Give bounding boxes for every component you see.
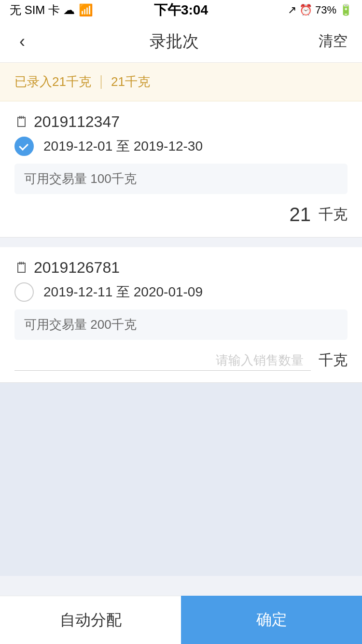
bottom-buttons: 自动分配 确定 <box>0 596 362 644</box>
recorded-label: 已录入21千克 <box>14 73 91 90</box>
clear-button[interactable]: 清空 <box>319 31 348 51</box>
empty-area <box>0 383 362 576</box>
batch-card-1: 🗒 2019112347 2019-12-01 至 2019-12-30 可用交… <box>0 101 362 238</box>
auto-distribute-button[interactable]: 自动分配 <box>0 596 181 644</box>
batch2-id: 2019126781 <box>34 259 120 277</box>
status-right: ↗ ⏰ 73% 🔋 <box>288 4 352 16</box>
back-button[interactable]: ‹ <box>14 27 30 56</box>
summary-amount: 21千克 <box>111 73 150 90</box>
batch1-radio[interactable] <box>14 137 34 156</box>
batch1-qty-value: 21 <box>290 204 311 225</box>
summary-divider <box>101 75 101 89</box>
alarm-icon: ⏰ <box>299 4 312 16</box>
batch1-id: 2019112347 <box>34 113 120 131</box>
card-separator-1 <box>0 238 362 247</box>
batch1-doc-icon: 🗒 <box>14 114 29 130</box>
batch2-doc-icon: 🗒 <box>14 260 29 276</box>
batch2-qty-row[interactable]: 千克 <box>0 340 362 383</box>
batch1-date-row[interactable]: 2019-12-01 至 2019-12-30 <box>14 137 348 156</box>
no-sim-text: 无 SIM 卡 ☁ <box>10 2 75 18</box>
wifi-icon: 📶 <box>79 3 93 17</box>
confirm-button[interactable]: 确定 <box>181 596 362 644</box>
battery-icon: 🔋 <box>339 4 352 16</box>
batch2-available-qty: 可用交易量 200千克 <box>14 309 348 340</box>
status-time: 下午3:04 <box>154 1 208 19</box>
batch2-radio[interactable] <box>14 282 34 302</box>
batch1-available-qty: 可用交易量 100千克 <box>14 164 348 194</box>
status-bar: 无 SIM 卡 ☁ 📶 下午3:04 ↗ ⏰ 73% 🔋 <box>0 0 362 20</box>
nav-bar: ‹ 录批次 清空 <box>0 20 362 63</box>
battery-text: 73% <box>315 4 336 16</box>
location-icon: ↗ <box>288 4 296 16</box>
batch1-qty-unit: 千克 <box>319 205 348 224</box>
batch2-id-row: 🗒 2019126781 <box>14 259 348 277</box>
batch-card-2: 🗒 2019126781 2019-12-11 至 2020-01-09 可用交… <box>0 247 362 383</box>
batch2-qty-unit: 千克 <box>319 350 348 370</box>
batch1-date: 2019-12-01 至 2019-12-30 <box>43 137 203 155</box>
batch1-qty-row: 21 千克 <box>0 194 362 238</box>
batch2-date-row[interactable]: 2019-12-11 至 2020-01-09 <box>14 282 348 302</box>
page-title: 录批次 <box>150 30 199 53</box>
batch2-qty-input[interactable] <box>214 350 311 368</box>
batch2-date: 2019-12-11 至 2020-01-09 <box>43 283 203 301</box>
batch1-id-row: 🗒 2019112347 <box>14 113 348 131</box>
status-left: 无 SIM 卡 ☁ 📶 <box>10 2 93 18</box>
summary-banner: 已录入21千克 21千克 <box>0 63 362 101</box>
